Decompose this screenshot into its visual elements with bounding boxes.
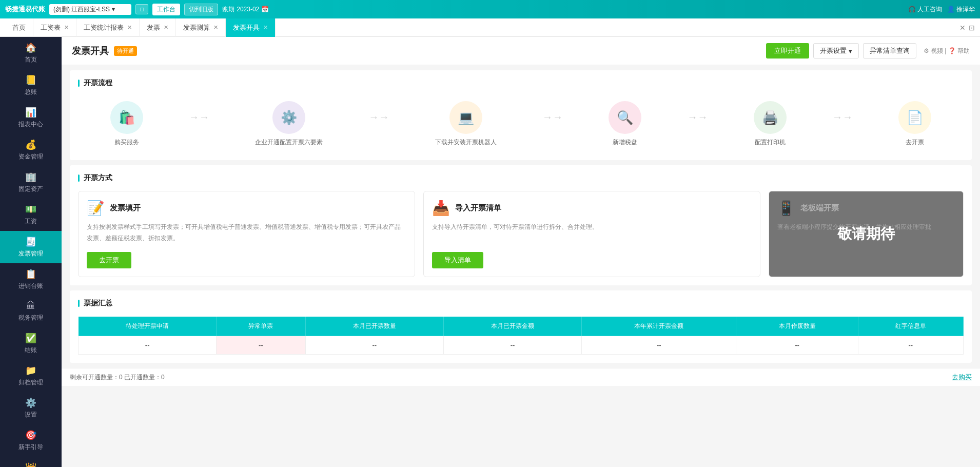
fill-card-icon: 📝: [87, 200, 105, 217]
sidebar-item-reports[interactable]: 📊 报表中心: [0, 102, 62, 134]
sidebar-label-tax-mgmt: 税务管理: [18, 314, 43, 322]
sidebar-item-guide[interactable]: 🎯 新手引导: [0, 424, 62, 457]
arrow-icon: →→: [368, 111, 389, 123]
flow-step-taxdisk-label: 新增税盘: [613, 138, 637, 147]
tab-invoice[interactable]: 发票 ✕: [140, 18, 176, 37]
flow-step-issue[interactable]: 📄 去开票: [898, 101, 931, 147]
flow-step-buy[interactable]: 🛍️ 购买服务: [110, 101, 143, 147]
copy-button[interactable]: □: [135, 4, 148, 14]
buy-icon: 🛍️: [110, 101, 143, 134]
sidebar-label-payroll: 工资: [25, 217, 37, 226]
content-area: 发票开具 待开通 立即开通 开票设置 ▾ 异常清单查询 ⚙ 视频 | ❓ 帮助: [62, 37, 980, 467]
fill-card-header: 📝 发票填开: [87, 200, 406, 217]
buy-link[interactable]: 去购买: [952, 373, 972, 382]
import-card-icon: 📥: [432, 200, 450, 217]
page-header: 发票开具 待开通 立即开通 开票设置 ▾ 异常清单查询 ⚙ 视频 | ❓ 帮助: [62, 37, 980, 65]
sidebar-item-member[interactable]: 👑 畅会员: [0, 457, 62, 467]
flow-step-download[interactable]: 💻 下载并安装开票机器人: [435, 101, 497, 147]
coming-soon-overlay: 敬请期待: [769, 191, 963, 277]
archive-icon: 📁: [25, 365, 36, 376]
sidebar-item-invoice-mgmt[interactable]: 🧾 发票管理: [0, 231, 62, 263]
user-avatar[interactable]: 👤 徐泽华: [947, 5, 975, 14]
arrow-icon: →→: [832, 111, 853, 123]
closing-icon: ✅: [25, 333, 36, 344]
main-layout: 🏠 首页 📒 总账 📊 报表中心 💰 资金管理 🏢 固定资产 💵 工资 🧾 发票…: [0, 37, 980, 467]
invoice-icon: 🧾: [25, 236, 36, 247]
arrow-icon: →→: [687, 111, 708, 123]
printer-icon: 🖨️: [754, 101, 787, 134]
arrow-icon: →→: [542, 111, 563, 123]
company-selector[interactable]: (勿删) 江西服宝-LSS ▾: [49, 4, 131, 15]
flow-step-printer-label: 配置打印机: [755, 138, 786, 147]
tab-salary[interactable]: 工资表 ✕: [33, 18, 76, 37]
flow-section-title: 开票流程: [78, 79, 964, 88]
import-list-button[interactable]: 导入清单: [432, 252, 483, 268]
sidebar-item-funds[interactable]: 💰 资金管理: [0, 134, 62, 166]
opened-label: 已开通数量：0: [124, 374, 165, 381]
consultant-link[interactable]: 🎧 人工咨询: [908, 5, 942, 14]
close-icon[interactable]: ✕: [213, 24, 218, 31]
sidebar-item-fixed-assets[interactable]: 🏢 固定资产: [0, 166, 62, 199]
sidebar-item-general-ledger[interactable]: 📒 总账: [0, 69, 62, 102]
headset-icon: 🎧: [908, 6, 916, 13]
workbench-button[interactable]: 工作台: [152, 4, 180, 15]
flow-step-taxdisk[interactable]: 🔍 新增税盘: [609, 101, 641, 147]
fill-card-title: 发票填开: [110, 203, 141, 213]
sidebar-item-purchase-sales[interactable]: 📋 进销台账: [0, 263, 62, 296]
fill-card-btn-area: 去开票: [87, 252, 406, 268]
sidebar-item-closing[interactable]: ✅ 结账: [0, 327, 62, 360]
restore-icon[interactable]: ⊡: [969, 24, 975, 32]
username: 徐泽华: [956, 5, 975, 14]
immediate-open-button[interactable]: 立即开通: [766, 43, 809, 59]
flow-step-config[interactable]: ⚙️ 企业开通配置开票六要素: [255, 101, 323, 147]
guide-icon: 🎯: [25, 430, 36, 441]
tab-salary-label: 工资表: [41, 23, 61, 32]
flow-steps: 🛍️ 购买服务 →→ ⚙️ 企业开通配置开票六要素 →→ 💻 下载并安装开票机器…: [78, 96, 964, 152]
sidebar-label-reports: 报表中心: [18, 120, 43, 129]
tab-bar: 首页 工资表 ✕ 工资统计报表 ✕ 发票 ✕ 发票测算 ✕ 发票开具 ✕ ✕ ⊡: [0, 18, 980, 37]
close-icon[interactable]: ✕: [164, 24, 168, 31]
page-title: 发票开具: [72, 45, 109, 57]
flow-section: 开票流程 🛍️ 购买服务 →→ ⚙️ 企业开通配置开票六要素 →→ 💻 下载并安…: [70, 70, 972, 160]
close-icon[interactable]: ✕: [263, 24, 268, 31]
settings-button[interactable]: 开票设置 ▾: [813, 43, 859, 59]
tab-home[interactable]: 首页: [5, 18, 33, 37]
method-card-fill: 📝 发票填开 支持按照发票样式手工填写开发票；可开具增值税电子普通发票、增值税普…: [78, 191, 415, 277]
sidebar-item-home[interactable]: 🏠 首页: [0, 37, 62, 69]
download-icon: 💻: [449, 101, 482, 134]
sidebar-item-archive[interactable]: 📁 归档管理: [0, 360, 62, 392]
sidebar-item-payroll[interactable]: 💵 工资: [0, 199, 62, 231]
col-year-amount: 本年累计开票金额: [582, 317, 736, 336]
payroll-icon: 💵: [25, 204, 36, 215]
tab-salary-report[interactable]: 工资统计报表 ✕: [76, 18, 140, 37]
tab-invoice-label: 发票: [147, 23, 160, 32]
flow-step-printer[interactable]: 🖨️ 配置打印机: [754, 101, 787, 147]
close-icon[interactable]: ✕: [127, 24, 132, 31]
flow-step-config-label: 企业开通配置开票六要素: [255, 138, 323, 147]
close-all-icon[interactable]: ✕: [959, 24, 966, 32]
sidebar-item-settings[interactable]: ⚙️ 设置: [0, 392, 62, 424]
assets-icon: 🏢: [25, 171, 36, 183]
switch-old-button[interactable]: 切到旧版: [184, 4, 218, 15]
calendar-icon[interactable]: 📅: [261, 6, 269, 13]
sidebar-label-home: 首页: [25, 55, 37, 64]
tab-invoice-calc[interactable]: 发票测算 ✕: [176, 18, 226, 37]
person-icon: 👤: [947, 6, 955, 13]
sidebar-label-invoice-mgmt: 发票管理: [18, 249, 43, 258]
go-invoice-button[interactable]: 去开票: [87, 252, 131, 268]
method-card-import: 📥 导入开票清单 支持导入待开票清单，可对待开票清单进行拆分、合并处理。 导入清…: [423, 191, 760, 277]
page-footer: 剩余可开通数量：0 已开通数量：0 去购买: [62, 368, 980, 386]
import-card-header: 📥 导入开票清单: [432, 200, 752, 217]
sidebar-label-settings: 设置: [25, 411, 37, 419]
flow-step-buy-label: 购买服务: [114, 138, 139, 147]
method-section: 开票方式 📝 发票填开 支持按照发票样式手工填写开发票；可开具增值税电子普通发票…: [70, 165, 972, 285]
abnormal-query-button[interactable]: 异常清单查询: [863, 43, 916, 59]
tab-invoice-issue[interactable]: 发票开具 ✕: [226, 18, 276, 37]
ledger-icon: 📒: [25, 74, 36, 86]
sidebar-label-fixed-assets: 固定资产: [18, 185, 43, 193]
config-icon: ⚙️: [272, 101, 305, 134]
close-icon[interactable]: ✕: [64, 24, 69, 31]
sidebar-item-tax-mgmt[interactable]: 🏛 税务管理: [0, 296, 62, 327]
cell-pending: --: [79, 336, 217, 355]
tab-salary-report-label: 工资统计报表: [84, 23, 124, 32]
